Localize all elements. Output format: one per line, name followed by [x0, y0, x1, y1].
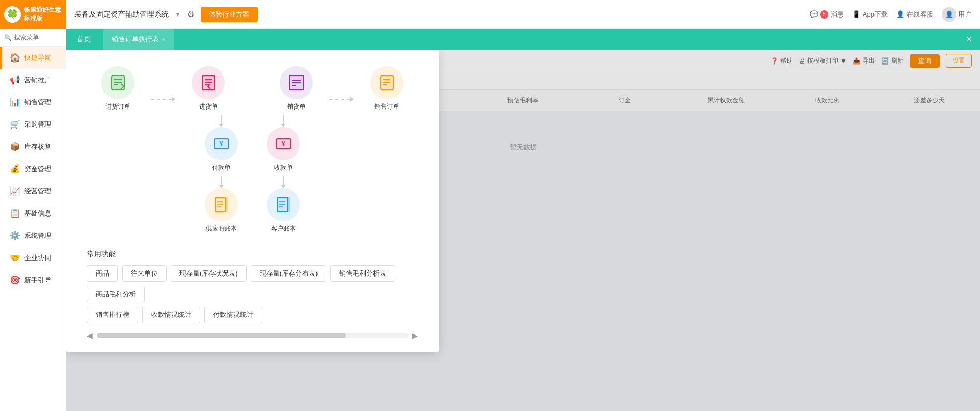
- tab-bar: 首页 销售订单执行表 × ×: [66, 29, 980, 50]
- gear-icon[interactable]: ⚙: [187, 9, 194, 19]
- phone-icon: 📱: [852, 10, 861, 18]
- operations-icon: 📈: [10, 186, 20, 196]
- customer-ledger-circle[interactable]: [267, 188, 300, 221]
- marketing-icon: 📢: [10, 75, 20, 85]
- tab-home[interactable]: 首页: [66, 29, 101, 50]
- user-item[interactable]: 👤 用户: [942, 7, 972, 22]
- flow-node-purchase-bill[interactable]: 进货单: [177, 66, 239, 111]
- sidebar-item-enterprise[interactable]: 🤝 企业协同: [0, 247, 66, 269]
- cf-btn-product-profit[interactable]: 商品毛利分析: [87, 286, 145, 302]
- sidebar-search[interactable]: 🔍 搜索菜单: [0, 29, 66, 47]
- main-area: 装备及固定资产辅助管理系统 ▼ ⚙ 体验行业方案 💬 5 消息 📱 App下载 …: [66, 0, 980, 411]
- sidebar-item-guide[interactable]: 🎯 新手引导: [0, 269, 66, 291]
- svg-rect-32: [277, 197, 288, 212]
- payment-circle[interactable]: ¥: [205, 127, 238, 160]
- common-functions-title: 常用功能: [87, 250, 418, 259]
- avatar: 👤: [942, 7, 956, 22]
- search-icon: 🔍: [4, 34, 12, 41]
- cf-btn-stock-dist[interactable]: 现存量(库存分布表): [251, 265, 327, 282]
- basic-info-icon: 📋: [10, 208, 20, 218]
- service-icon: 👤: [896, 10, 904, 18]
- header-dropdown-arrow[interactable]: ▼: [175, 11, 181, 18]
- svg-rect-28: [225, 197, 228, 212]
- scrollbar-track[interactable]: [97, 333, 408, 338]
- svg-text:¥: ¥: [281, 140, 285, 147]
- sales-bill-circle[interactable]: [280, 66, 313, 99]
- sales-icon: 📊: [10, 97, 20, 107]
- cf-buttons-row1: 商品 往来单位 现存量(库存状况表) 现存量(库存分布表) 销售毛利分析表 商品…: [87, 265, 418, 302]
- modal-overlay: 进货订单 进货单: [66, 50, 980, 411]
- purchase-icon: 🛒: [10, 119, 20, 129]
- modal-scrollbar: ◀ ▶: [87, 331, 418, 340]
- flow-node-customer-ledger[interactable]: 客户账本: [252, 188, 314, 233]
- svg-rect-34: [288, 197, 290, 212]
- cf-btn-sales-profit[interactable]: 销售毛利分析表: [330, 265, 395, 282]
- purchase-order-circle[interactable]: [101, 66, 134, 99]
- cf-btn-sales-rank[interactable]: 销售排行榜: [87, 307, 138, 323]
- sidebar-item-marketing[interactable]: 📢 营销推广: [0, 69, 66, 91]
- flow-node-purchase-order[interactable]: 进货订单: [87, 66, 149, 111]
- arrow-purchase-order-to-bill: [149, 97, 177, 102]
- inventory-icon: 📦: [10, 142, 20, 151]
- system-icon: ⚙️: [10, 231, 20, 240]
- cf-btn-receipt-stats[interactable]: 收款情况统计: [142, 307, 200, 323]
- scrollbar-thumb: [97, 333, 346, 338]
- app-download-item[interactable]: 📱 App下载: [852, 10, 888, 19]
- cf-btn-product[interactable]: 商品: [87, 265, 118, 282]
- cf-btn-partner[interactable]: 往来单位: [122, 265, 167, 282]
- header-right: 💬 5 消息 📱 App下载 👤 在线客服 👤 用户: [810, 7, 972, 22]
- flow-modal: 进货订单 进货单: [66, 50, 439, 352]
- sidebar-item-system[interactable]: ⚙️ 系统管理: [0, 224, 66, 247]
- sidebar-logo: 🍀 畅康通好生意 标准版: [0, 0, 66, 29]
- sales-order-circle[interactable]: [370, 66, 403, 99]
- finance-icon: 💰: [10, 164, 20, 174]
- flow-node-sales-bill[interactable]: 销货单: [265, 66, 327, 111]
- tab-sales-order[interactable]: 销售订单执行表 ×: [103, 29, 174, 50]
- sidebar-item-finance[interactable]: 💰 资金管理: [0, 158, 66, 180]
- flow-node-payment[interactable]: ¥ 付款单: [190, 127, 252, 172]
- flow-node-supplier-ledger[interactable]: 供应商账本: [190, 188, 252, 233]
- logo-icon: 🍀: [4, 6, 21, 23]
- sidebar-nav: 🏠 快捷导航 📢 营销推广 📊 销售管理 🛒 采购管理 📦 库存核算 💰 资金管…: [0, 47, 66, 411]
- message-badge: 5: [820, 10, 828, 19]
- cf-buttons-row2: 销售排行榜 收款情况统计 付款情况统计: [87, 307, 418, 323]
- logo-text: 畅康通好生意 标准版: [24, 6, 61, 22]
- supplier-ledger-circle[interactable]: [205, 188, 238, 221]
- flow-node-sales-order[interactable]: 销售订单: [356, 66, 418, 111]
- message-icon: 💬: [810, 10, 818, 18]
- sidebar-item-purchase[interactable]: 🛒 采购管理: [0, 113, 66, 135]
- svg-text:¥: ¥: [219, 140, 223, 147]
- scroll-right-icon[interactable]: ▶: [412, 331, 418, 340]
- tab-close-icon[interactable]: ×: [162, 36, 165, 43]
- scroll-left-icon[interactable]: ◀: [87, 331, 93, 340]
- trial-button[interactable]: 体验行业方案: [201, 7, 258, 22]
- guide-icon: 🎯: [10, 275, 20, 285]
- cf-btn-payment-stats[interactable]: 付款情况统计: [204, 307, 262, 323]
- flow-diagram: 进货订单 进货单: [87, 66, 418, 237]
- content-area: 📅 单据状态 ❓ 帮助 🖨 按模板打印 ▼: [66, 50, 980, 411]
- enterprise-icon: 🤝: [10, 253, 20, 263]
- cf-btn-stock-status[interactable]: 现存量(库存状况表): [171, 265, 247, 282]
- sidebar-item-quick-nav[interactable]: 🏠 快捷导航: [0, 47, 66, 69]
- service-item[interactable]: 👤 在线客服: [896, 10, 933, 19]
- sidebar-item-basic-info[interactable]: 📋 基础信息: [0, 202, 66, 224]
- svg-rect-26: [215, 197, 225, 212]
- receipt-circle[interactable]: ¥: [267, 127, 300, 160]
- tab-bar-close-icon[interactable]: ×: [958, 34, 980, 45]
- sidebar-item-sales[interactable]: 📊 销售管理: [0, 91, 66, 113]
- home-icon: 🏠: [10, 53, 20, 63]
- message-item[interactable]: 💬 5 消息: [810, 10, 844, 19]
- top-header: 装备及固定资产辅助管理系统 ▼ ⚙ 体验行业方案 💬 5 消息 📱 App下载 …: [66, 0, 980, 29]
- sidebar: 🍀 畅康通好生意 标准版 🔍 搜索菜单 🏠 快捷导航 📢 营销推广 📊 销售管理…: [0, 0, 66, 411]
- purchase-bill-circle[interactable]: [192, 66, 225, 99]
- flow-node-receipt[interactable]: ¥ 收款单: [252, 127, 314, 172]
- common-functions: 常用功能 商品 往来单位 现存量(库存状况表) 现存量(库存分布表) 销售毛利分…: [87, 250, 418, 323]
- sidebar-item-operations[interactable]: 📈 经营管理: [0, 180, 66, 202]
- arrow-sales-order-to-bill: [327, 97, 356, 102]
- sidebar-item-inventory[interactable]: 📦 库存核算: [0, 135, 66, 158]
- system-title: 装备及固定资产辅助管理系统: [74, 10, 169, 19]
